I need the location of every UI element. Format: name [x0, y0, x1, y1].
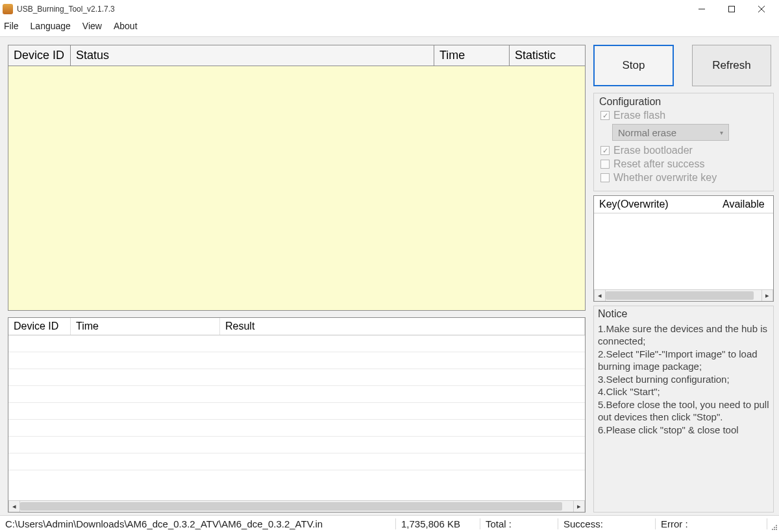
status-size: 1,735,806 KB	[396, 518, 480, 529]
scroll-track[interactable]	[20, 501, 573, 512]
minimize-icon	[699, 6, 705, 12]
configuration-group: Configuration ✓ Erase flash Normal erase…	[593, 93, 774, 191]
status-success: Success:	[558, 518, 656, 529]
notice-line: 6.Please click "stop" & close tool	[598, 424, 769, 437]
col-key[interactable]: Key(Overwrite)	[594, 196, 717, 213]
checkbox-icon	[600, 173, 610, 182]
reset-after-success-label: Reset after success	[613, 158, 705, 170]
table-row	[8, 437, 585, 453]
erase-mode-combo[interactable]: Normal erase ▾	[612, 124, 729, 141]
notice-group: Notice 1.Make sure the devices and the h…	[593, 306, 774, 513]
scroll-left-icon[interactable]: ◂	[594, 290, 606, 301]
col2-result[interactable]: Result	[220, 318, 585, 335]
key-header-row: Key(Overwrite) Available	[594, 196, 773, 213]
table-row	[8, 403, 585, 420]
device-status-header-row: Device ID Status Time Statistic	[8, 45, 585, 66]
scroll-right-icon[interactable]: ▸	[573, 501, 585, 512]
notice-line: 1.Make sure the devices and the hub is c…	[598, 322, 769, 348]
close-button[interactable]	[747, 0, 776, 18]
notice-line: 5.Before close the tool, you need to pul…	[598, 398, 769, 424]
svg-rect-7	[772, 529, 773, 530]
col-status[interactable]: Status	[71, 45, 434, 66]
checkbox-icon: ✓	[600, 146, 610, 155]
col-available[interactable]: Available	[717, 196, 773, 213]
col2-device-id[interactable]: Device ID	[8, 318, 71, 335]
notice-line: 3.Select burning configuration;	[598, 373, 769, 386]
key-hscrollbar[interactable]: ◂ ▸	[594, 289, 773, 301]
menu-file[interactable]: File	[4, 21, 19, 31]
svg-rect-8	[774, 527, 775, 528]
chevron-down-icon: ▾	[720, 129, 723, 136]
svg-rect-1	[729, 6, 735, 12]
scroll-right-icon[interactable]: ▸	[761, 290, 773, 301]
result-header-row: Device ID Time Result	[8, 318, 585, 335]
device-status-grid[interactable]: Device ID Status Time Statistic	[8, 45, 586, 311]
maximize-icon	[728, 6, 735, 12]
table-row	[8, 335, 585, 352]
maximize-button[interactable]	[717, 0, 747, 18]
table-row	[8, 453, 585, 470]
checkbox-icon	[600, 160, 610, 169]
col-device-id[interactable]: Device ID	[8, 45, 71, 66]
erase-bootloader-label: Erase bootloader	[613, 145, 693, 156]
notice-line: 4.Click "Start";	[598, 385, 769, 398]
configuration-legend: Configuration	[599, 96, 768, 108]
col2-time[interactable]: Time	[71, 318, 220, 335]
svg-rect-5	[774, 529, 775, 530]
status-path: C:\Users\Admin\Downloads\AM6_dce_0.3.2_A…	[0, 518, 396, 529]
menu-bar: File Language View About	[0, 18, 779, 36]
col-statistic[interactable]: Statistic	[510, 45, 585, 66]
reset-after-success-option[interactable]: Reset after success	[600, 158, 768, 170]
key-body	[594, 213, 773, 289]
window-controls	[687, 0, 776, 18]
client-area: Device ID Status Time Statistic Device I…	[0, 36, 779, 515]
svg-rect-6	[776, 527, 777, 528]
left-column: Device ID Status Time Statistic Device I…	[8, 45, 586, 513]
result-hscrollbar[interactable]: ◂ ▸	[8, 500, 585, 512]
erase-mode-value: Normal erase	[618, 127, 676, 138]
table-row	[8, 352, 585, 369]
result-rows	[8, 335, 585, 470]
menu-view[interactable]: View	[82, 21, 102, 31]
close-icon	[758, 6, 765, 12]
scroll-track[interactable]	[606, 290, 761, 301]
app-icon	[3, 4, 13, 14]
resize-grip-icon[interactable]	[767, 516, 779, 532]
table-row	[8, 386, 585, 403]
menu-language[interactable]: Language	[31, 21, 71, 31]
overwrite-key-option[interactable]: Whether overwrite key	[600, 172, 768, 184]
checkbox-icon: ✓	[600, 111, 610, 120]
key-overwrite-grid[interactable]: Key(Overwrite) Available ◂ ▸	[593, 195, 774, 302]
status-error: Error :	[656, 518, 767, 529]
menu-about[interactable]: About	[114, 21, 138, 31]
scroll-left-icon[interactable]: ◂	[8, 501, 20, 512]
erase-flash-option[interactable]: ✓ Erase flash	[600, 110, 768, 121]
overwrite-key-label: Whether overwrite key	[613, 172, 717, 184]
notice-legend: Notice	[598, 308, 769, 321]
svg-rect-4	[776, 529, 777, 530]
right-column: Stop Refresh Configuration ✓ Erase flash…	[593, 45, 774, 513]
device-status-body	[8, 66, 585, 310]
refresh-button[interactable]: Refresh	[692, 45, 771, 86]
notice-line: 2.Select "File"-"Import image" to load b…	[598, 348, 769, 373]
table-row	[8, 369, 585, 386]
table-row	[8, 420, 585, 437]
window-title: USB_Burning_Tool_v2.1.7.3	[17, 5, 687, 14]
title-bar: USB_Burning_Tool_v2.1.7.3	[0, 0, 779, 18]
erase-bootloader-option[interactable]: ✓ Erase bootloader	[600, 145, 768, 156]
minimize-button[interactable]	[687, 0, 717, 18]
scroll-thumb[interactable]	[20, 502, 562, 511]
status-bar: C:\Users\Admin\Downloads\AM6_dce_0.3.2_A…	[0, 515, 779, 532]
svg-rect-9	[776, 525, 777, 526]
scroll-thumb[interactable]	[606, 291, 754, 300]
status-total: Total :	[480, 518, 558, 529]
action-buttons: Stop Refresh	[593, 45, 774, 89]
erase-flash-label: Erase flash	[613, 110, 665, 121]
result-grid[interactable]: Device ID Time Result ◂	[8, 317, 586, 513]
stop-button[interactable]: Stop	[593, 45, 674, 86]
col-time[interactable]: Time	[434, 45, 510, 66]
